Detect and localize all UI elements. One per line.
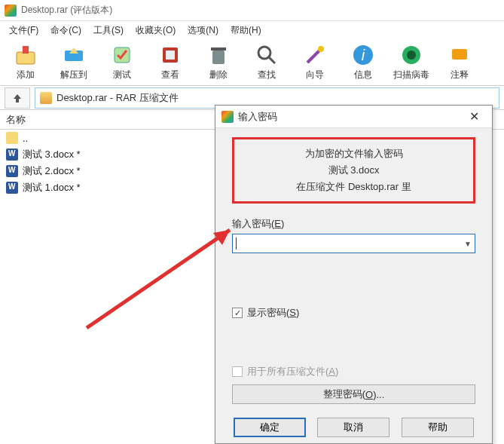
info-label: 信息 xyxy=(354,69,372,81)
find-icon xyxy=(255,43,279,67)
test-label: 测试 xyxy=(113,69,131,81)
close-button[interactable]: ✕ xyxy=(462,108,486,126)
menu-command[interactable]: 命令(C) xyxy=(44,22,87,39)
add-label: 添加 xyxy=(17,69,35,81)
delete-icon xyxy=(206,43,231,67)
comment-icon xyxy=(447,43,472,67)
info-button[interactable]: i 信息 xyxy=(339,40,387,85)
all-archives-checkbox: 用于所有压缩文件(A) xyxy=(232,365,475,378)
folder-icon xyxy=(6,132,18,144)
svg-line-10 xyxy=(307,51,319,63)
ok-button[interactable]: 确定 xyxy=(234,418,306,437)
dialog-title: 输入密码 xyxy=(238,110,462,124)
svg-line-17 xyxy=(87,230,230,328)
test-button[interactable]: 测试 xyxy=(98,40,146,85)
docx-icon xyxy=(6,149,18,161)
all-archives-label: 用于所有压缩文件(A) xyxy=(247,365,338,378)
view-label: 查看 xyxy=(161,69,179,81)
svg-rect-1 xyxy=(23,46,29,54)
checkbox-icon xyxy=(232,366,243,377)
menu-tools[interactable]: 工具(S) xyxy=(87,22,130,39)
svg-rect-6 xyxy=(212,51,225,64)
wizard-icon xyxy=(303,43,327,67)
test-icon xyxy=(110,43,134,67)
extract-icon xyxy=(62,43,86,67)
comment-button[interactable]: 注释 xyxy=(435,40,484,85)
view-icon xyxy=(158,43,182,67)
file-name: 测试 2.docx * xyxy=(23,164,81,178)
wizard-button[interactable]: 向导 xyxy=(291,40,339,85)
up-button[interactable] xyxy=(5,87,30,109)
add-button[interactable]: 添加 xyxy=(2,40,50,85)
file-name: 测试 1.docx * xyxy=(23,181,81,194)
svg-rect-0 xyxy=(17,52,35,64)
app-icon xyxy=(221,111,234,123)
svg-line-9 xyxy=(269,57,275,63)
find-label: 查找 xyxy=(258,69,276,81)
menubar: 文件(F) 命令(C) 工具(S) 收藏夹(O) 选项(N) 帮助(H) xyxy=(0,21,504,39)
delete-label: 删除 xyxy=(209,69,228,81)
app-icon xyxy=(5,5,17,17)
add-icon xyxy=(14,43,38,67)
password-input[interactable]: ▼ xyxy=(232,234,475,253)
dialog-titlebar[interactable]: 输入密码 ✕ xyxy=(215,106,492,128)
up-arrow-icon xyxy=(12,93,23,103)
docx-icon xyxy=(6,165,18,177)
menu-options[interactable]: 选项(N) xyxy=(182,22,225,39)
wizard-label: 向导 xyxy=(306,69,324,81)
msg-line-2: 测试 3.docx xyxy=(242,162,466,179)
file-name: .. xyxy=(23,133,28,144)
svg-point-15 xyxy=(407,51,416,60)
checkbox-icon xyxy=(232,308,243,318)
svg-rect-16 xyxy=(452,49,467,60)
extract-button[interactable]: 解压到 xyxy=(50,40,98,85)
dialog-message: 为加密的文件输入密码 测试 3.docx 在压缩文件 Desktop.rar 里 xyxy=(232,137,475,204)
dialog-button-row: 确定 取消 帮助 xyxy=(215,412,492,443)
text-caret xyxy=(236,237,237,250)
comment-label: 注释 xyxy=(451,69,469,81)
menu-file[interactable]: 文件(F) xyxy=(3,22,44,39)
password-label: 输入密码(E) xyxy=(232,217,475,231)
password-dialog: 输入密码 ✕ 为加密的文件输入密码 测试 3.docx 在压缩文件 Deskto… xyxy=(215,105,493,444)
menu-favorites[interactable]: 收藏夹(O) xyxy=(130,22,182,39)
chevron-down-icon[interactable]: ▼ xyxy=(464,240,472,248)
organize-passwords-button[interactable]: 整理密码(O)... xyxy=(232,384,475,404)
svg-point-8 xyxy=(258,47,270,59)
archive-icon xyxy=(40,92,52,104)
path-text: Desktop.rar - RAR 压缩文件 xyxy=(57,91,179,105)
info-icon: i xyxy=(351,43,375,67)
delete-button[interactable]: 删除 xyxy=(194,40,243,85)
cancel-button[interactable]: 取消 xyxy=(317,418,389,437)
scan-icon xyxy=(399,43,423,67)
window-title: Desktop.rar (评估版本) xyxy=(21,4,112,17)
close-icon: ✕ xyxy=(469,109,479,124)
extract-label: 解压到 xyxy=(60,69,87,81)
view-button[interactable]: 查看 xyxy=(146,40,194,85)
svg-rect-5 xyxy=(166,51,175,60)
show-password-label: 显示密码(S) xyxy=(247,306,299,320)
svg-rect-7 xyxy=(211,47,226,51)
main-toolbar: 添加 解压到 测试 查看 删除 查找 向导 i 信息 扫描病毒 注释 xyxy=(0,39,504,86)
scan-button[interactable]: 扫描病毒 xyxy=(387,40,435,85)
file-name: 测试 3.docx * xyxy=(23,148,81,161)
svg-point-11 xyxy=(318,46,324,52)
svg-text:i: i xyxy=(362,47,365,63)
find-button[interactable]: 查找 xyxy=(243,40,291,85)
docx-icon xyxy=(6,182,18,194)
window-titlebar: Desktop.rar (评估版本) xyxy=(0,0,504,21)
show-password-checkbox[interactable]: 显示密码(S) xyxy=(232,306,475,320)
scan-label: 扫描病毒 xyxy=(393,69,429,81)
menu-help[interactable]: 帮助(H) xyxy=(225,22,267,39)
msg-line-1: 为加密的文件输入密码 xyxy=(242,145,466,162)
msg-line-3: 在压缩文件 Desktop.rar 里 xyxy=(242,179,466,195)
help-button[interactable]: 帮助 xyxy=(402,418,474,437)
